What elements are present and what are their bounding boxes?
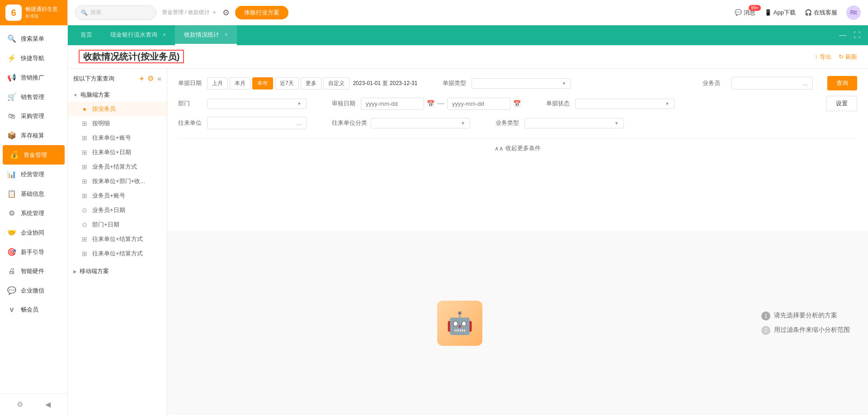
scheme-item-unit-payment[interactable]: ⊞ 往来单位+结算方式 xyxy=(68,232,167,246)
date-btn-this-year[interactable]: 本年 xyxy=(252,77,273,90)
salesperson-select[interactable]: ... xyxy=(731,77,813,90)
sidebar-item-purchase[interactable]: 🛍 采购管理 xyxy=(0,107,67,126)
bill-status-select[interactable]: ▼ xyxy=(575,99,675,109)
trial-button[interactable]: 体验行业方案 xyxy=(235,6,288,19)
audit-date-to[interactable] xyxy=(447,98,510,110)
hardware-icon: 🖨 xyxy=(7,267,16,275)
sidebar-item-member[interactable]: V 畅会员 xyxy=(0,300,67,319)
grid7-icon: ⊞ xyxy=(80,250,89,257)
audit-date-from[interactable] xyxy=(361,98,424,110)
sidebar-item-basic[interactable]: 📋 基础信息 xyxy=(0,184,67,203)
page-content: 收款情况统计(按业务员) ↑ 导出 ↻ 刷新 按以下方案查询 xyxy=(68,45,868,415)
sidebar-item-sales[interactable]: 🛒 销售管理 xyxy=(0,87,67,107)
sidebar-item-business[interactable]: 📊 经营管理 xyxy=(0,165,67,184)
scheme-item-salesperson-account[interactable]: ⊞ 业务员+账号 xyxy=(68,189,167,203)
export-button[interactable]: ↑ 导出 xyxy=(815,53,832,61)
business-icon: 📊 xyxy=(7,170,16,179)
collapse-sidebar-icon[interactable]: ◀ xyxy=(42,398,54,410)
collapse-icon: ∧∧ xyxy=(495,145,504,152)
sidebar-bottom: ⚙ ◀ xyxy=(0,393,67,415)
app-download-button[interactable]: 📱 App下载 xyxy=(764,9,796,17)
date-from: 2023-01-01 xyxy=(353,80,381,86)
scheme-item-unit-account[interactable]: ⊞ 往来单位+账号 xyxy=(68,131,167,145)
tab-collect[interactable]: 收款情况统计 × xyxy=(175,25,237,45)
header-settings-icon[interactable]: ⚙ xyxy=(222,8,230,18)
sidebar-item-marketing[interactable]: 📢 营销推广 xyxy=(0,68,67,87)
scheme-item-salesperson-payment[interactable]: ⊞ 业务员+结算方式 xyxy=(68,160,167,174)
biz-type-select[interactable]: ▼ xyxy=(524,118,624,128)
sidebar-item-quick-nav[interactable]: ⚡ 快捷导航 xyxy=(0,48,67,68)
sidebar-item-fund[interactable]: 💰 资金管理 xyxy=(3,145,65,165)
salesperson-more[interactable]: ... xyxy=(802,80,808,87)
partner-classify-label: 往来单位分类 xyxy=(332,119,367,127)
sidebar-item-guide[interactable]: 🎯 新手引导 xyxy=(0,242,67,262)
header-search-bar[interactable]: 🔍 搜索 xyxy=(75,5,156,20)
sidebar-item-enterprise[interactable]: 🤝 企业协同 xyxy=(0,223,67,242)
scheme-group-desktop: ▼ 电脑端方案 ● 按业务员 ⊞ 按明细 ⊞ 往来单位+账号 xyxy=(68,86,167,263)
sidebar-item-hardware[interactable]: 🖨 智能硬件 xyxy=(0,262,67,281)
scheme-item-salesperson-date[interactable]: ⊙ 业务员+日期 xyxy=(68,203,167,217)
calendar-to-icon[interactable]: 📅 xyxy=(513,100,521,107)
tab-bank[interactable]: 现金银行流水查询 × xyxy=(101,25,175,45)
sidebar-item-wechat[interactable]: 💬 企业微信 xyxy=(0,281,67,300)
filter-panel: 单据日期 上月 本月 本年 近7天 更多 自定义 2023-01-01 xyxy=(167,69,868,231)
message-button[interactable]: 💬 消息 99+ xyxy=(735,9,755,17)
scheme-item-unit-dept[interactable]: ⊞ 按来单位+部门+收... xyxy=(68,174,167,189)
online-service-button[interactable]: 🎧 在线客服 xyxy=(805,9,837,17)
active-scheme-icon: ● xyxy=(80,105,89,113)
settings-button[interactable]: 设置 xyxy=(826,96,857,111)
query-button[interactable]: 查询 xyxy=(827,76,857,90)
clock2-icon: ⊙ xyxy=(80,221,89,228)
chevron-right-icon: ▶ xyxy=(73,269,77,274)
scheme-title: 按以下方案查询 xyxy=(73,75,114,83)
scheme-collapse-button[interactable]: « xyxy=(157,75,161,83)
refresh-button[interactable]: ↻ 刷新 xyxy=(839,53,857,61)
sales-icon: 🛒 xyxy=(7,93,16,101)
page-title: 收款情况统计(按业务员) xyxy=(79,50,184,63)
date-btn-7days[interactable]: 近7天 xyxy=(275,77,299,90)
scheme-item-dept-date[interactable]: ⊙ 部门+日期 xyxy=(68,217,167,232)
partner-more[interactable]: ... xyxy=(296,119,302,127)
page-actions: ↑ 导出 ↻ 刷新 xyxy=(815,53,858,61)
right-content: 单据日期 上月 本月 本年 近7天 更多 自定义 2023-01-01 xyxy=(167,69,868,415)
fund-icon: 💰 xyxy=(10,151,19,159)
filter-biz-type-field: 业务类型 ▼ xyxy=(495,118,624,128)
date-btn-last-month[interactable]: 上月 xyxy=(207,77,228,90)
tab-home[interactable]: 首页 xyxy=(71,25,101,45)
bill-status-dropdown-icon: ▼ xyxy=(665,101,670,106)
scheme-item-by-salesperson[interactable]: ● 按业务员 xyxy=(68,102,167,116)
partner-classify-select[interactable]: ▼ xyxy=(371,118,470,128)
filter-partner-field: 往来单位 ... xyxy=(178,117,307,129)
sidebar-item-system[interactable]: ⚙ 系统管理 xyxy=(0,203,67,223)
sidebar-item-inventory[interactable]: 📦 库存核算 xyxy=(0,126,67,145)
date-btn-more[interactable]: 更多 xyxy=(301,77,321,90)
scheme-add-button[interactable]: + xyxy=(140,75,144,83)
bill-type-select[interactable]: ▼ xyxy=(472,78,571,89)
scheme-group-mobile-header[interactable]: ▶ 移动端方案 xyxy=(68,264,167,278)
scheme-item-unit-date[interactable]: ⊞ 往来单位+日期 xyxy=(68,145,167,160)
partner-select[interactable]: ... xyxy=(207,117,307,129)
sidebar-item-search[interactable]: 🔍 搜索菜单 xyxy=(0,29,67,48)
filter-bill-type-field: 单据类型 ▼ xyxy=(443,78,571,89)
header-right: 💬 消息 99+ 📱 App下载 🎧 在线客服 Rit xyxy=(735,5,861,20)
filter-row-2: 部门 ▼ 审核日期 📅 — xyxy=(178,96,857,111)
settings-bottom-icon[interactable]: ⚙ xyxy=(13,398,27,410)
date-btn-this-month[interactable]: 本月 xyxy=(230,77,250,90)
scheme-item-by-detail[interactable]: ⊞ 按明细 xyxy=(68,116,167,131)
message-badge: 99+ xyxy=(749,5,761,11)
tab-collect-close[interactable]: × xyxy=(225,32,228,38)
body-layout: 按以下方案查询 + ⚙ « ▼ 电脑端方案 ● 按业务员 xyxy=(68,69,868,415)
date-btn-custom[interactable]: 自定义 xyxy=(323,77,349,90)
scheme-settings-button[interactable]: ⚙ xyxy=(147,74,154,83)
tab-maximize-icon[interactable]: ⛶ xyxy=(852,29,863,41)
filter-collapse-button[interactable]: ∧∧ 收起更多条件 xyxy=(178,138,857,158)
sidebar: 6 畅捷通好生意 标准版 🔍 搜索菜单 ⚡ 快捷导航 📢 营销推广 🛒 销售管理… xyxy=(0,0,68,415)
tab-bank-close[interactable]: × xyxy=(163,32,166,38)
logo-text: 畅捷通好生意 标准版 xyxy=(25,6,58,19)
scheme-group-desktop-header[interactable]: ▼ 电脑端方案 xyxy=(68,88,167,102)
tab-minimize-icon[interactable]: — xyxy=(837,29,848,41)
calendar-from-icon[interactable]: 📅 xyxy=(427,100,434,107)
user-info[interactable]: Rit xyxy=(846,5,861,20)
scheme-item-unit-payment2[interactable]: ⊞ 往来单位+结算方式 xyxy=(68,246,167,261)
dept-select[interactable]: ▼ xyxy=(207,99,307,109)
